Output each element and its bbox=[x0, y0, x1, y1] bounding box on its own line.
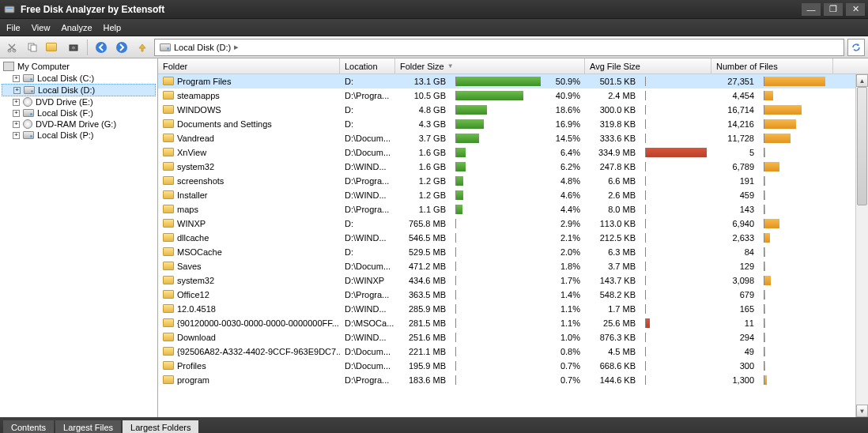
menu-view[interactable]: View bbox=[32, 23, 51, 32]
table-row[interactable]: screenshotsD:\Progra...1.2 GB4.8%6.6 MB1… bbox=[158, 174, 868, 188]
minimize-button[interactable]: — bbox=[802, 3, 821, 16]
table-row[interactable]: ProfilesD:\Docum...195.9 MB0.7%668.6 KB3… bbox=[158, 359, 868, 373]
table-row[interactable]: WINDOWSD:4.8 GB18.6%300.0 KB16,714 bbox=[158, 103, 868, 117]
folder-name: Program Files bbox=[177, 77, 231, 86]
folder-name: dllcache bbox=[177, 233, 209, 243]
table-row[interactable]: dllcacheD:\WIND...546.5 MB2.1%212.5 KB2,… bbox=[158, 231, 868, 245]
files-cell: 679 bbox=[711, 290, 759, 299]
avg-cell: 6.6 MB bbox=[585, 176, 640, 186]
size-cell: 4.8 GB bbox=[395, 105, 451, 115]
breadcrumb[interactable]: Local Disk (D:) ▸ bbox=[154, 39, 844, 56]
expand-icon[interactable]: + bbox=[13, 110, 20, 117]
avg-cell: 334.9 MB bbox=[585, 148, 640, 157]
back-button[interactable] bbox=[92, 39, 110, 56]
table-row[interactable]: InstallerD:\WIND...1.2 GB4.6%2.6 MB459 bbox=[158, 188, 868, 202]
col-number-of-files[interactable]: Number of Files bbox=[711, 58, 833, 73]
refresh-button[interactable] bbox=[847, 39, 865, 56]
menu-file[interactable]: File bbox=[6, 23, 21, 32]
table-row[interactable]: SavesD:\Docum...471.2 MB1.8%3.7 MB129 bbox=[158, 259, 868, 273]
files-cell: 49 bbox=[711, 347, 759, 356]
table-row[interactable]: VandreadD:\Docum...3.7 GB14.5%333.6 KB11… bbox=[158, 131, 868, 145]
size-cell: 13.1 GB bbox=[395, 77, 451, 86]
table-row[interactable]: {90120000-0030-0000-0000-0000000FF...D:\… bbox=[158, 316, 868, 330]
menu-analyze[interactable]: Analyze bbox=[61, 23, 92, 32]
folder-name: Documents and Settings bbox=[177, 119, 272, 129]
table-row[interactable]: {92506A82-A332-4402-9CCF-963E9DC7...D:\D… bbox=[158, 345, 868, 359]
tree-item[interactable]: +DVD-RAM Drive (G:) bbox=[2, 119, 156, 130]
tab-largest-files[interactable]: Largest Files bbox=[55, 420, 121, 433]
location-cell: D:\WIND... bbox=[340, 190, 395, 200]
files-cell: 11 bbox=[711, 318, 759, 328]
location-cell: D:\Docum... bbox=[340, 361, 395, 371]
toolbar: Local Disk (D:) ▸ bbox=[0, 36, 868, 58]
avg-bar bbox=[645, 318, 650, 328]
col-location[interactable]: Location bbox=[340, 58, 395, 73]
folder-name: Saves bbox=[177, 262, 202, 271]
col-avg-file-size[interactable]: Avg File Size bbox=[585, 58, 711, 73]
table-row[interactable]: DownloadD:\WIND...251.6 MB1.0%876.3 KB29… bbox=[158, 330, 868, 345]
expand-icon[interactable]: + bbox=[13, 87, 21, 94]
size-cell: 285.9 MB bbox=[395, 304, 451, 314]
table-row[interactable]: Program FilesD:13.1 GB50.9%501.5 KB27,35… bbox=[158, 74, 868, 88]
tree-item[interactable]: +Local Disk (D:) bbox=[2, 84, 156, 96]
expand-icon[interactable]: + bbox=[13, 132, 20, 139]
up-button[interactable] bbox=[134, 39, 151, 56]
table-row[interactable]: steamappsD:\Progra...10.5 GB40.9%2.4 MB4… bbox=[158, 88, 868, 103]
menu-help[interactable]: Help bbox=[104, 23, 122, 32]
scroll-thumb[interactable] bbox=[857, 87, 867, 205]
maximize-button[interactable]: ❐ bbox=[824, 3, 843, 16]
table-row[interactable]: Documents and SettingsD:4.3 GB16.9%319.8… bbox=[158, 117, 868, 131]
folder-name: XnView bbox=[177, 148, 206, 157]
expand-icon[interactable]: + bbox=[13, 75, 20, 82]
folder-icon bbox=[163, 77, 174, 85]
percent-cell: 2.9% bbox=[545, 219, 585, 228]
tab-largest-folders[interactable]: Largest Folders bbox=[123, 420, 198, 433]
files-bar bbox=[764, 262, 765, 271]
copy-icon[interactable] bbox=[24, 39, 41, 56]
folder-name: {90120000-0030-0000-0000-0000000FF... bbox=[177, 318, 339, 328]
table-row[interactable]: Office12D:\Progra...363.5 MB1.4%548.2 KB… bbox=[158, 288, 868, 302]
percent-cell: 0.8% bbox=[545, 347, 585, 356]
table-row[interactable]: XnViewD:\Docum...1.6 GB6.4%334.9 MB5 bbox=[158, 145, 868, 160]
col-folder-size[interactable]: Folder Size▼ bbox=[395, 58, 585, 73]
size-bar bbox=[455, 176, 463, 186]
table-row[interactable]: mapsD:\Progra...1.1 GB4.4%8.0 MB143 bbox=[158, 202, 868, 216]
chevron-right-icon: ▸ bbox=[234, 42, 239, 52]
percent-cell: 6.2% bbox=[545, 162, 585, 171]
location-cell: D: bbox=[340, 77, 395, 86]
table-row[interactable]: system32D:\WIND...1.6 GB6.2%247.8 KB6,78… bbox=[158, 160, 868, 174]
forward-button[interactable] bbox=[113, 39, 130, 56]
table-row[interactable]: programD:\Progra...183.6 MB0.7%144.6 KB1… bbox=[158, 373, 868, 387]
app-icon bbox=[3, 3, 16, 16]
expand-icon[interactable]: + bbox=[13, 121, 20, 128]
avg-cell: 6.3 MB bbox=[585, 247, 640, 257]
table-row[interactable]: system32D:\WINXP434.6 MB1.7%143.7 KB3,09… bbox=[158, 273, 868, 288]
size-cell: 1.2 GB bbox=[395, 176, 451, 186]
table-row[interactable]: WINXPD:765.8 MB2.9%113.0 KB6,940 bbox=[158, 216, 868, 231]
scroll-down-button[interactable]: ▼ bbox=[856, 405, 868, 417]
folder-icon bbox=[163, 276, 174, 284]
expand-icon[interactable]: + bbox=[13, 99, 20, 106]
table-row[interactable]: MSOCacheD:529.5 MB2.0%6.3 MB84 bbox=[158, 245, 868, 259]
location-cell: D:\Progra... bbox=[340, 91, 395, 100]
table-row[interactable]: 12.0.4518D:\WIND...285.9 MB1.1%1.7 MB165 bbox=[158, 302, 868, 316]
tree-item[interactable]: +Local Disk (P:) bbox=[2, 130, 156, 141]
percent-cell: 4.4% bbox=[545, 205, 585, 214]
scroll-up-button[interactable]: ▲ bbox=[856, 74, 868, 87]
location-cell: D:\WIND... bbox=[340, 233, 395, 243]
avg-bar bbox=[645, 304, 646, 314]
close-button[interactable]: ✕ bbox=[846, 3, 865, 16]
tree-item[interactable]: +Local Disk (F:) bbox=[2, 107, 156, 119]
tree-item[interactable]: +Local Disk (C:) bbox=[2, 73, 156, 84]
tab-contents[interactable]: Contents bbox=[3, 420, 54, 433]
folder-name: Vandread bbox=[177, 134, 214, 143]
vertical-scrollbar[interactable]: ▲ ▼ bbox=[855, 74, 868, 417]
size-cell: 546.5 MB bbox=[395, 233, 451, 243]
open-icon[interactable] bbox=[44, 39, 62, 56]
col-folder[interactable]: Folder bbox=[158, 58, 340, 73]
tree-item[interactable]: +DVD Drive (E:) bbox=[2, 96, 156, 107]
camera-icon[interactable] bbox=[65, 39, 82, 56]
cut-icon[interactable] bbox=[3, 39, 21, 56]
tree-root[interactable]: My Computer bbox=[2, 60, 156, 73]
folder-icon bbox=[163, 91, 174, 100]
